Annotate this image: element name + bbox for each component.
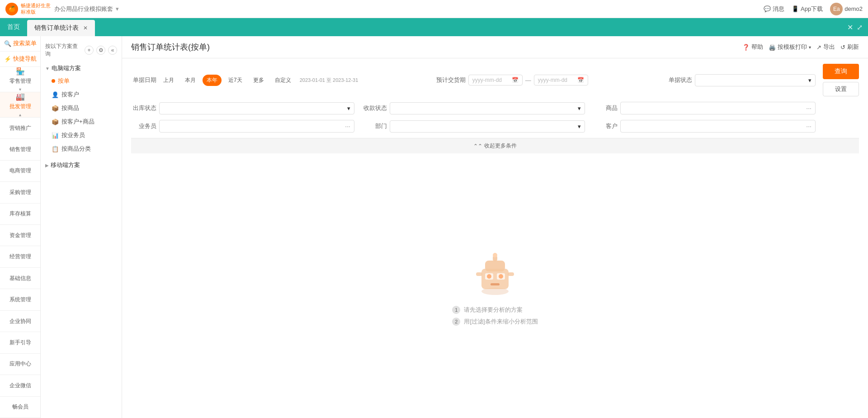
collect-status-field: 收款状态 ▾ — [362, 102, 585, 114]
template-print-btn[interactable]: 🖨️ 按模板打印 ▾ — [769, 43, 811, 51]
sidebar-item-finance[interactable]: 资金管理 — [0, 225, 40, 246]
salesman-input[interactable]: ··· — [159, 120, 354, 133]
date-separator: — — [525, 77, 531, 84]
tab-bar: 首页 销售订单统计表 ✕ ✕ ⤢ — [0, 18, 868, 36]
sidebar-item-purchase[interactable]: 采购管理 — [0, 182, 40, 203]
sidebar-item-basic[interactable]: 基础信息 — [0, 268, 40, 289]
sidebar-item-system[interactable]: 系统管理 — [0, 289, 40, 310]
sidebar: 🔍 搜索菜单 ⚡ 快捷导航 🏪 零售管理 ▾ 🏭 批发管理 ▴ 营销推广 销售管… — [0, 36, 41, 418]
help-btn[interactable]: ❓ 帮助 — [742, 43, 763, 51]
help-icon: ❓ — [742, 44, 750, 51]
sidebar-item-wholesale[interactable]: 🏭 批发管理 ▴ — [0, 92, 40, 118]
goods-label: 商品 — [592, 104, 618, 112]
sidebar-item-newbie[interactable]: 新手引导 — [0, 332, 40, 353]
sidebar-item-wechat[interactable]: 企业微信 — [0, 375, 40, 396]
goods-field: 商品 ··· — [592, 102, 816, 114]
expected-date-end[interactable]: yyyy-mm-dd 📅 — [534, 75, 588, 86]
user-profile-btn[interactable]: Ea demo2 — [830, 3, 863, 15]
tab-expand-btn[interactable]: ⤢ — [857, 23, 863, 32]
empty-hint-1: 1 请先选择要分析的方案 — [452, 306, 538, 314]
retail-icon: 🏪 — [16, 67, 25, 76]
date-btn-more[interactable]: 更多 — [249, 75, 268, 86]
customer-label: 客户 — [592, 122, 618, 130]
tab-home[interactable]: 首页 — [0, 18, 27, 36]
goods-more-icon[interactable]: ··· — [806, 104, 811, 112]
scheme-group-desktop-title[interactable]: ▼ 电脑端方案 — [41, 62, 122, 74]
collapse-bar[interactable]: ⌃⌃ 收起更多条件 — [131, 138, 859, 153]
scheme-item-by-customer-goods[interactable]: 📦 按客户+商品 — [41, 115, 122, 128]
scheme-item-by-category[interactable]: 📋 按商品分类 — [41, 142, 122, 156]
message-btn[interactable]: 💬 消息 — [764, 5, 784, 13]
sidebar-item-collab[interactable]: 企业协同 — [0, 311, 40, 332]
scheme-group-mobile-title[interactable]: ▶ 移动端方案 — [41, 159, 122, 171]
tab-close-icon[interactable]: ✕ — [83, 25, 88, 31]
filter-row-3: 业务员 ··· 部门 ▾ — [131, 120, 859, 133]
goods-input[interactable]: ··· — [620, 102, 816, 114]
sidebar-item-member[interactable]: 畅会员 — [0, 397, 40, 418]
scheme-group-mobile: ▶ 移动端方案 — [41, 157, 122, 173]
scheme-item-by-salesman[interactable]: 📊 按业务员 — [41, 128, 122, 142]
collect-status-select[interactable]: ▾ — [390, 102, 585, 114]
status-select[interactable]: ▾ — [695, 74, 816, 86]
main-layout: 🔍 搜索菜单 ⚡ 快捷导航 🏪 零售管理 ▾ 🏭 批发管理 ▴ 营销推广 销售管… — [0, 36, 868, 418]
calendar-icon: 📅 — [512, 77, 519, 83]
svg-point-5 — [499, 274, 503, 279]
query-btn[interactable]: 查询 — [823, 64, 859, 79]
date-btn-last-month[interactable]: 上月 — [159, 75, 178, 86]
customer-more-icon[interactable]: ··· — [806, 123, 811, 130]
refresh-btn[interactable]: ↺ 刷新 — [840, 43, 859, 51]
content-area: 按以下方案查询 + ⚙ « ▼ 电脑端方案 按单 👤 按客户 — [41, 36, 868, 418]
salesman-more-icon[interactable]: ··· — [345, 123, 350, 130]
print-icon: 🖨️ — [769, 44, 776, 51]
app-download-btn[interactable]: 📱 App下载 — [792, 5, 823, 13]
out-status-select[interactable]: ▾ — [159, 102, 354, 114]
sidebar-search-menu[interactable]: 🔍 搜索菜单 — [0, 36, 40, 52]
tab-sales-stats[interactable]: 销售订单统计表 ✕ — [27, 20, 95, 36]
tab-bar-actions: ✕ ⤢ — [847, 23, 868, 32]
scheme-item-by-goods[interactable]: 📦 按商品 — [41, 101, 122, 115]
sidebar-item-marketing[interactable]: 营销推广 — [0, 118, 40, 139]
sidebar-quick-nav[interactable]: ⚡ 快捷导航 — [0, 52, 40, 67]
scheme-collapse-btn[interactable]: « — [108, 46, 117, 55]
date-btn-this-month[interactable]: 本月 — [181, 75, 200, 86]
dept-select[interactable]: ▾ — [390, 120, 585, 133]
export-btn[interactable]: ↗ 导出 — [816, 43, 835, 51]
expected-date-start[interactable]: yyyy-mm-dd 📅 — [468, 75, 523, 86]
active-dot-icon — [52, 79, 55, 83]
message-icon: 💬 — [764, 5, 771, 12]
goods-scheme-icon: 📦 — [52, 105, 59, 112]
settings-btn[interactable]: 设置 — [823, 82, 859, 96]
sidebar-item-sales[interactable]: 销售管理 — [0, 139, 40, 160]
breadcrumb-arrow-icon[interactable]: ▾ — [116, 5, 119, 12]
sidebar-item-retail[interactable]: 🏪 零售管理 ▾ — [0, 67, 40, 92]
filter-row-2: 出库状态 ▾ 收款状态 ▾ — [131, 102, 859, 114]
customer-scheme-icon: 👤 — [52, 91, 59, 98]
breadcrumb-area: 办公用品行业模拟账套 ▾ — [54, 5, 119, 13]
customer-input[interactable]: ··· — [620, 120, 816, 133]
scheme-settings-btn[interactable]: ⚙ — [96, 46, 105, 55]
tab-sales-stats-label: 销售订单统计表 — [34, 24, 79, 32]
tab-close-all-btn[interactable]: ✕ — [847, 23, 853, 32]
dept-dropdown-icon: ▾ — [578, 123, 581, 130]
sidebar-item-appcenter[interactable]: 应用中心 — [0, 354, 40, 375]
salesman-scheme-icon: 📊 — [52, 132, 59, 139]
scheme-item-by-order[interactable]: 按单 — [41, 74, 122, 88]
sidebar-item-ecommerce[interactable]: 电商管理 — [0, 161, 40, 182]
scheme-add-btn[interactable]: + — [85, 46, 94, 55]
expected-date-label: 预计交货期 — [436, 76, 466, 84]
tab-home-label: 首页 — [7, 23, 20, 31]
scheme-item-by-customer[interactable]: 👤 按客户 — [41, 88, 122, 101]
svg-rect-9 — [485, 261, 505, 271]
sidebar-item-operations[interactable]: 经营管理 — [0, 246, 40, 267]
date-btn-custom[interactable]: 自定义 — [271, 75, 295, 86]
date-btn-last-7[interactable]: 近7天 — [224, 75, 246, 86]
mobile-icon: 📱 — [792, 5, 799, 12]
logo-text: 畅捷通好生意 标准版 — [21, 3, 51, 14]
date-filter-field: 单据日期 上月 本月 本年 近7天 更多 自定义 2023-01-01 至 20… — [131, 75, 429, 86]
sidebar-item-inventory[interactable]: 库存核算 — [0, 204, 40, 225]
page-title: 销售订单统计表(按单) — [131, 42, 210, 58]
date-btn-this-year[interactable]: 本年 — [203, 75, 222, 86]
collapse-up-icon: ⌃⌃ — [473, 143, 482, 149]
filter-row-1: 单据日期 上月 本月 本年 近7天 更多 自定义 2023-01-01 至 20… — [131, 64, 859, 96]
collect-status-label: 收款状态 — [362, 104, 387, 112]
